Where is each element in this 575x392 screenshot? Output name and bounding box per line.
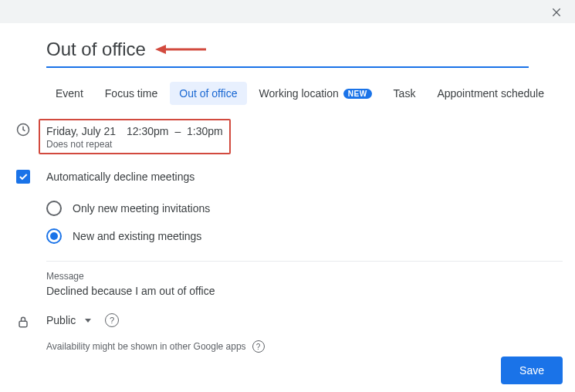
svg-rect-3 [19, 321, 27, 327]
time-dash: – [174, 125, 181, 137]
title-field[interactable]: Out of office [46, 39, 529, 68]
dialog-header-band [0, 0, 575, 23]
auto-decline-label: Automatically decline meetings [46, 171, 194, 183]
radio-icon [46, 201, 62, 216]
radio-label: Only new meeting invitations [73, 202, 210, 215]
decline-options: Only new meeting invitations New and exi… [0, 194, 575, 250]
radio-icon-selected [46, 228, 62, 244]
tab-event[interactable]: Event [46, 82, 93, 105]
tab-appointment-schedule[interactable]: Appointment schedule [428, 82, 553, 105]
event-title: Out of office [46, 39, 146, 60]
check-icon [18, 171, 29, 182]
save-label: Save [519, 364, 544, 377]
auto-decline-checkbox[interactable] [16, 170, 30, 184]
visibility-value: Public [46, 314, 76, 326]
svg-marker-1 [155, 45, 166, 54]
recurrence-value[interactable]: Does not repeat [46, 139, 223, 150]
auto-decline-row: Automatically decline meetings [0, 170, 575, 184]
tab-out-of-office[interactable]: Out of office [170, 82, 246, 105]
visibility-row: Public ? [0, 311, 575, 329]
date-value: Friday, July 21 [46, 125, 116, 137]
radio-new-and-existing[interactable]: New and existing meetings [46, 222, 575, 250]
message-label: Message [46, 271, 563, 282]
tab-label: Out of office [179, 87, 237, 100]
decline-message-block[interactable]: Message Declined because I am out of off… [46, 271, 563, 297]
save-button[interactable]: Save [501, 357, 563, 384]
new-badge: NEW [343, 89, 372, 99]
chevron-down-icon [85, 319, 91, 323]
help-icon[interactable]: ? [252, 340, 265, 353]
tab-label: Task [394, 87, 416, 100]
tab-label: Working location [259, 87, 339, 100]
end-time: 1:30pm [187, 125, 223, 137]
divider [46, 261, 563, 262]
time-picker[interactable]: Friday, July 21 12:30pm – 1:30pm [46, 125, 223, 137]
annotation-arrow [155, 42, 206, 56]
tab-task[interactable]: Task [384, 82, 425, 105]
close-icon [550, 6, 563, 19]
radio-only-new[interactable]: Only new meeting invitations [46, 194, 575, 222]
visibility-dropdown[interactable]: Public ? [46, 313, 119, 327]
hint-text: Availability might be shown in other Goo… [46, 341, 246, 352]
help-icon[interactable]: ? [105, 313, 119, 327]
tab-working-location[interactable]: Working location NEW [250, 82, 381, 105]
tab-label: Focus time [105, 87, 157, 100]
message-value: Declined because I am out of office [46, 285, 563, 297]
time-highlight-box: Friday, July 21 12:30pm – 1:30pm Does no… [39, 119, 231, 154]
lock-icon [0, 311, 46, 329]
radio-label: New and existing meetings [73, 230, 201, 242]
event-type-tabs: Event Focus time Out of office Working l… [46, 82, 575, 105]
time-row: Friday, July 21 12:30pm – 1:30pm Does no… [0, 119, 575, 154]
tab-label: Appointment schedule [437, 87, 544, 100]
close-button[interactable] [549, 5, 564, 20]
tab-label: Event [56, 87, 83, 100]
availability-hint: Availability might be shown in other Goo… [46, 340, 575, 353]
start-time: 12:30pm [127, 125, 168, 137]
tab-focus-time[interactable]: Focus time [96, 82, 167, 105]
